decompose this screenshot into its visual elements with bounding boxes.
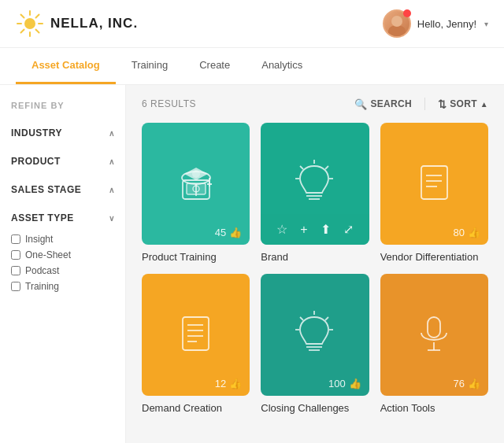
main-layout: REFINE BY INDUSTRY ∧ PRODUCT ∧ SALES STA… [0,85,504,443]
search-icon: 🔍 [354,98,367,110]
refine-title: REFINE BY [11,101,114,110]
filter-product-label: PRODUCT [11,156,61,167]
svg-rect-14 [187,183,206,194]
card-demand-label: Demand Creation [142,402,250,414]
card-product-training-count: 45 👍 [215,227,242,238]
nav-item-training[interactable]: Training [116,48,183,84]
option-onesheet-label: One-Sheet [25,249,71,260]
card-closing-count: 100 👍 [328,378,361,389]
option-podcast-label: Podcast [25,265,59,276]
sidebar: REFINE BY INDUSTRY ∧ PRODUCT ∧ SALES STA… [0,85,126,443]
filter-product: PRODUCT ∧ [11,153,114,170]
sort-icon: ⇅ [438,98,447,110]
results-actions: 🔍 SEARCH ⇅ SORT ▲ [354,98,488,110]
card-brand-label: Brand [261,251,369,263]
microphone-icon [409,309,460,360]
filter-product-header[interactable]: PRODUCT ∧ [11,153,114,170]
card-vendor[interactable]: 80 👍 [380,123,488,245]
search-label: SEARCH [370,98,411,109]
document-lines-icon [170,309,221,360]
filter-product-arrow: ∧ [109,157,115,166]
card-product-training-label: Product Training [142,251,250,263]
logo-sun-icon [16,9,44,38]
filter-sales-stage: SALES STAGE ∧ [11,181,114,198]
checkbox-training[interactable] [11,282,20,291]
sort-button[interactable]: ⇅ SORT ▲ [438,98,488,110]
filter-option-onesheet[interactable]: One-Sheet [11,247,114,263]
thumbs-up-icon-vendor: 👍 [468,227,480,238]
card-wrapper-product-training: 45 👍 Product Training [142,123,250,263]
svg-line-21 [300,166,303,169]
results-header: 6 RESULTS 🔍 SEARCH ⇅ SORT ▲ [142,98,488,110]
filter-industry-header[interactable]: INDUSTRY ∧ [11,124,114,142]
thumbs-up-icon-demand: 👍 [229,378,242,389]
filter-option-insight[interactable]: Insight [11,231,114,247]
checkbox-podcast[interactable] [11,266,20,275]
svg-line-22 [325,166,328,169]
svg-point-13 [192,170,200,178]
card-demand-count: 12 👍 [215,378,242,389]
main-nav: Asset Catalog Training Create Analytics [0,48,504,85]
star-icon[interactable]: ☆ [276,222,287,237]
filter-sales-stage-label: SALES STAGE [11,184,81,195]
filter-asset-type-arrow: ∨ [109,214,115,223]
card-action[interactable]: 76 👍 [380,274,488,396]
thumbs-up-icon-action: 👍 [468,378,480,389]
card-wrapper-vendor: 80 👍 Vendor Differentiation [380,123,488,263]
card-wrapper-brand: ☆ + ⬆ ⤢ Brand [261,123,369,263]
svg-rect-39 [428,317,440,338]
graduation-icon [169,157,224,212]
asset-type-options: Insight One-Sheet Podcast Training [11,227,114,299]
filter-sales-stage-header[interactable]: SALES STAGE ∧ [11,181,114,198]
nav-item-create[interactable]: Create [183,48,246,84]
user-greeting: Hello, Jenny! [417,18,476,30]
nav-item-asset-catalog[interactable]: Asset Catalog [16,48,116,84]
card-demand[interactable]: 12 👍 [142,274,250,396]
app-header: NELLA, INC. Hello, Jenny! ▾ [0,0,504,48]
svg-rect-27 [183,317,209,350]
card-brand-overlay: ☆ + ⬆ ⤢ [261,214,369,245]
filter-industry: INDUSTRY ∧ [11,124,114,142]
svg-line-38 [325,317,328,320]
document-icon [409,158,460,209]
filter-asset-type-header[interactable]: ASSET TYPE ∨ [11,209,114,227]
user-area: Hello, Jenny! ▾ [383,9,488,38]
sort-arrow-icon: ▲ [480,100,488,109]
card-brand[interactable]: ☆ + ⬆ ⤢ [261,123,369,245]
divider [424,98,425,110]
card-action-count: 76 👍 [454,378,480,389]
main-content: 6 RESULTS 🔍 SEARCH ⇅ SORT ▲ [126,85,504,443]
card-closing-label: Closing Challenges [261,402,369,414]
filter-sales-stage-arrow: ∧ [109,186,115,194]
svg-point-0 [24,18,35,29]
thumbs-up-icon-closing: 👍 [349,378,361,389]
checkbox-insight[interactable] [11,234,20,244]
option-insight-label: Insight [25,234,53,245]
svg-line-8 [21,30,24,33]
plus-icon[interactable]: + [300,223,307,237]
filter-asset-type-label: ASSET TYPE [11,212,74,223]
chevron-down-icon[interactable]: ▾ [484,20,488,28]
card-vendor-label: Vendor Differentiation [380,251,488,263]
filter-option-podcast[interactable]: Podcast [11,263,114,279]
lightbulb2-icon [289,309,340,360]
card-wrapper-closing: 100 👍 Closing Challenges [261,274,369,414]
filter-industry-arrow: ∧ [109,129,115,138]
avatar-wrapper [383,9,411,38]
filter-asset-type: ASSET TYPE ∨ Insight One-Sheet Podcast [11,209,114,299]
results-count: 6 RESULTS [142,98,196,109]
upload-icon[interactable]: ⬆ [321,222,331,237]
checkbox-onesheet[interactable] [11,250,20,260]
card-closing[interactable]: 100 👍 [261,274,369,396]
svg-line-7 [36,15,39,18]
search-button[interactable]: 🔍 SEARCH [354,98,412,110]
svg-rect-23 [421,166,447,199]
filter-option-training[interactable]: Training [11,279,114,294]
external-link-icon[interactable]: ⤢ [343,222,354,237]
sort-label: SORT [450,98,477,109]
card-product-training[interactable]: 45 👍 [142,123,250,245]
logo-area: NELLA, INC. [16,9,138,38]
option-training-label: Training [25,281,59,292]
nav-item-analytics[interactable]: Analytics [246,48,318,84]
cards-grid: 45 👍 Product Training [142,123,488,414]
